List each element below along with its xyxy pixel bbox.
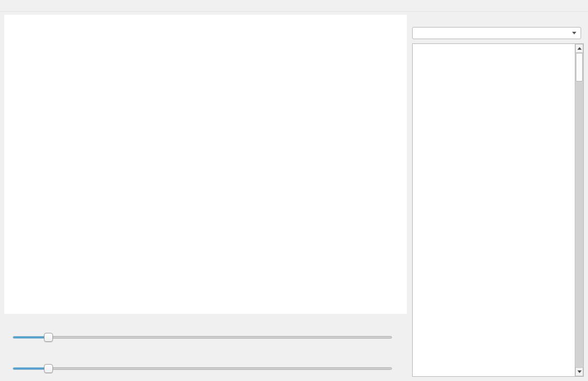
triangle-down-icon xyxy=(577,370,582,373)
menu-bar xyxy=(0,0,588,12)
vertical-scrollbar[interactable] xyxy=(575,44,583,376)
plot-figure xyxy=(4,15,407,314)
menu-about[interactable] xyxy=(11,5,21,7)
elevation-slider[interactable] xyxy=(13,364,392,373)
elevation-slider-handle[interactable] xyxy=(44,364,53,373)
elevation-slider-row xyxy=(0,364,408,373)
scrollbar-thumb[interactable] xyxy=(576,53,583,81)
triangle-up-icon xyxy=(577,47,582,50)
scroll-down-button[interactable] xyxy=(575,367,583,376)
azimuth-slider-track[interactable] xyxy=(13,336,392,339)
plot-type-combobox[interactable] xyxy=(412,27,581,39)
chevron-down-icon xyxy=(572,32,576,34)
3d-wireframe-plot xyxy=(4,15,407,314)
azimuth-slider-row xyxy=(0,333,408,342)
azimuth-slider-handle[interactable] xyxy=(44,333,53,342)
scroll-up-button[interactable] xyxy=(575,44,583,53)
elevation-slider-fill xyxy=(13,368,46,369)
table-body xyxy=(413,44,575,376)
azimuth-slider[interactable] xyxy=(13,333,392,342)
menu-file[interactable] xyxy=(0,5,11,7)
data-table xyxy=(412,43,584,377)
azimuth-slider-fill xyxy=(13,337,46,338)
elevation-slider-track[interactable] xyxy=(13,367,392,370)
